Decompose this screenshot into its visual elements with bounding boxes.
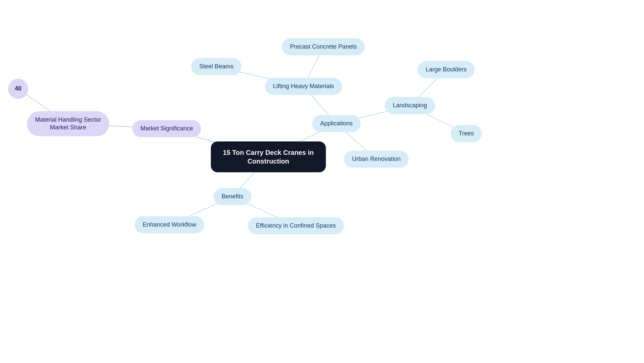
node-steel-beams[interactable]: Steel Beams bbox=[191, 58, 241, 75]
node-label-material-handling: Material Handling SectorMarket Share bbox=[27, 111, 109, 136]
node-efficiency-confined[interactable]: Efficiency in Confined Spaces bbox=[248, 217, 344, 234]
node-label-efficiency-confined: Efficiency in Confined Spaces bbox=[248, 217, 344, 234]
node-label-trees: Trees bbox=[450, 125, 482, 142]
node-label-enhanced-workflow: Enhanced Workflow bbox=[135, 216, 204, 233]
node-central[interactable]: 15 Ton Carry Deck Cranes inConstruction bbox=[211, 141, 326, 172]
node-label-central: 15 Ton Carry Deck Cranes inConstruction bbox=[211, 141, 326, 172]
node-label-applications: Applications bbox=[312, 115, 361, 132]
node-precast[interactable]: Precast Concrete Panels bbox=[282, 38, 365, 55]
node-urban-renovation[interactable]: Urban Renovation bbox=[344, 150, 409, 168]
node-label-lifting-heavy: Lifting Heavy Materials bbox=[265, 78, 342, 95]
node-market-significance[interactable]: Market Significance bbox=[132, 120, 201, 137]
node-label-steel-beams: Steel Beams bbox=[191, 58, 241, 75]
node-benefits[interactable]: Benefits bbox=[213, 188, 251, 205]
node-label-benefits: Benefits bbox=[213, 188, 251, 205]
node-large-boulders[interactable]: Large Boulders bbox=[418, 61, 475, 78]
node-applications[interactable]: Applications bbox=[312, 115, 361, 132]
node-label-large-boulders: Large Boulders bbox=[418, 61, 475, 78]
node-material-handling[interactable]: Material Handling SectorMarket Share bbox=[27, 111, 109, 136]
node-enhanced-workflow[interactable]: Enhanced Workflow bbox=[135, 216, 204, 233]
node-label-landscaping: Landscaping bbox=[385, 97, 435, 114]
node-label-forty: 40 bbox=[8, 79, 28, 99]
node-label-urban-renovation: Urban Renovation bbox=[344, 150, 409, 168]
node-trees[interactable]: Trees bbox=[450, 125, 482, 142]
node-landscaping[interactable]: Landscaping bbox=[385, 97, 435, 114]
node-forty[interactable]: 40 bbox=[8, 79, 28, 99]
node-lifting-heavy[interactable]: Lifting Heavy Materials bbox=[265, 78, 342, 95]
node-label-precast: Precast Concrete Panels bbox=[282, 38, 365, 55]
node-label-market-significance: Market Significance bbox=[132, 120, 201, 137]
